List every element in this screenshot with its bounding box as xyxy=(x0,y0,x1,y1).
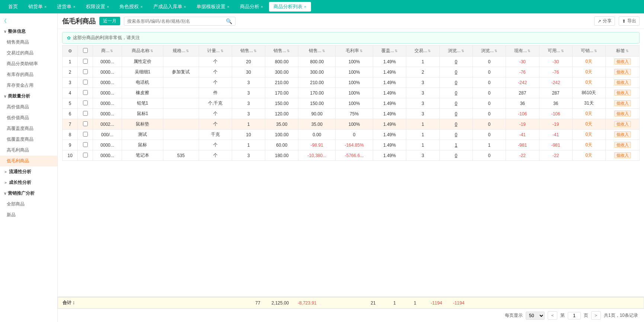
sidebar-item-low-margin[interactable]: 低毛利商品 xyxy=(0,156,57,166)
col-unit[interactable]: 计量...⇅ xyxy=(199,45,232,57)
nav-product-analysis[interactable]: 商品分析× xyxy=(236,2,267,12)
table-container: ⚙ 商...⇅ 商品名称⇅ 规格...⇅ 计量...⇅ 销售...⇅ 销售...… xyxy=(58,45,644,297)
sidebar-item-stock-capital[interactable]: 库存资金占用 xyxy=(0,80,57,91)
col-browse2[interactable]: 浏览...⇅ xyxy=(472,45,506,57)
row-unit: 个 xyxy=(199,77,232,88)
col-saleable[interactable]: 可销...⇅ xyxy=(572,45,605,57)
row-saleable: 31天 xyxy=(572,98,605,109)
sidebar-item-traded-goods[interactable]: 交易过的商品 xyxy=(0,48,57,58)
sidebar-item-low-value[interactable]: 低价值商品 xyxy=(0,112,57,123)
export-button[interactable]: ⬆ 导出 xyxy=(619,16,640,26)
nav-products-entry[interactable]: 产成品入库单× xyxy=(149,2,190,12)
row-checkbox-input[interactable] xyxy=(83,142,88,147)
footer-sale-qty: 77 xyxy=(249,300,267,306)
footer-available: -1194 xyxy=(448,300,470,306)
sidebar-group-drum[interactable]: ∨ 类鼓量分析 xyxy=(0,91,57,102)
nav-purchase[interactable]: 进货单× xyxy=(52,2,80,12)
sidebar-item-category-rate[interactable]: 商品分类助销率 xyxy=(0,58,57,69)
col-tag[interactable]: 标签⇅ xyxy=(606,45,640,57)
row-checkbox-input[interactable] xyxy=(83,153,88,157)
row-browse2: 0 xyxy=(472,98,506,109)
share-button[interactable]: ↗ 分享 xyxy=(594,16,615,26)
col-available[interactable]: 可用...⇅ xyxy=(539,45,572,57)
sidebar-item-low-coverage[interactable]: 低覆盖度商品 xyxy=(0,134,57,145)
next-page-button[interactable]: ＞ xyxy=(591,311,601,320)
sidebar-item-high-margin[interactable]: 高毛利商品 xyxy=(0,145,57,156)
tag-badge: 低收入 xyxy=(614,100,631,106)
sidebar-group-marketing[interactable]: ∨ 营销推广分析 xyxy=(0,188,57,199)
col-browse1[interactable]: 浏览...⇅ xyxy=(439,45,472,57)
col-trade-count[interactable]: 交易...⇅ xyxy=(406,45,439,57)
row-checkbox-input[interactable] xyxy=(83,59,88,64)
row-number: 3 xyxy=(63,77,78,88)
row-checkbox-input[interactable] xyxy=(83,90,88,95)
page-size-select[interactable]: 50 20 100 xyxy=(526,312,545,320)
row-spec xyxy=(163,98,199,109)
col-coverage[interactable]: 覆盖...⇅ xyxy=(373,45,406,57)
row-browse1: 0 xyxy=(439,150,472,161)
row-trade-count: 1 xyxy=(406,119,439,130)
row-tag: 低收入 xyxy=(606,57,640,67)
row-browse1: 0 xyxy=(439,98,472,109)
sidebar-group-overall[interactable]: ∨ 整体信息 xyxy=(0,26,57,37)
row-browse1: 0 xyxy=(439,77,472,88)
main-layout: 《 ∨ 整体信息 销售类商品 交易过的商品 商品分类助销率 有库存的商品 库存资… xyxy=(0,13,644,322)
row-checkbox-input[interactable] xyxy=(83,69,88,74)
row-checkbox xyxy=(78,150,93,161)
row-sale-qty: 1 xyxy=(232,140,265,150)
sidebar-item-new-goods[interactable]: 新品 xyxy=(0,210,57,220)
col-sale-qty[interactable]: 销售...⇅ xyxy=(232,45,265,57)
select-all-checkbox[interactable] xyxy=(83,48,88,53)
row-browse2: 0 xyxy=(472,109,506,119)
search-input[interactable] xyxy=(127,19,226,24)
sidebar-item-in-stock[interactable]: 有库存的商品 xyxy=(0,69,57,80)
nav-home[interactable]: 首页 xyxy=(4,2,22,12)
sidebar-item-sales-goods[interactable]: 销售类商品 xyxy=(0,37,57,48)
row-checkbox-input[interactable] xyxy=(83,80,88,85)
row-sale-price: 300.00 xyxy=(265,67,298,77)
row-number: 6 xyxy=(63,109,78,119)
page-number-input[interactable] xyxy=(568,312,581,319)
row-browse2: 0 xyxy=(472,119,506,130)
row-code: 0000... xyxy=(93,57,122,67)
sidebar-item-all-goods[interactable]: 全部商品 xyxy=(0,199,57,210)
filter-button[interactable]: 近一月 xyxy=(99,17,120,25)
row-checkbox-input[interactable] xyxy=(83,101,88,105)
row-unit: 个 xyxy=(199,150,232,161)
row-trade-count: 3 xyxy=(406,98,439,109)
export-icon: ⬆ xyxy=(622,19,626,24)
row-coverage: 1.49% xyxy=(373,140,406,150)
col-checkbox[interactable] xyxy=(78,45,93,57)
row-available: -76 xyxy=(539,67,572,77)
col-sale-amount[interactable]: 销售...⇅ xyxy=(298,45,336,57)
nav-permissions[interactable]: 权限设置× xyxy=(81,2,113,12)
nav-template-settings[interactable]: 单据模板设置× xyxy=(192,2,234,12)
prev-page-button[interactable]: ＜ xyxy=(548,311,557,320)
table-row: 10000...属性定价个20800.00800.00100%1.49%100-… xyxy=(63,57,640,67)
col-gross-margin[interactable]: 毛利率⇅ xyxy=(336,45,373,57)
sidebar-collapse-btn[interactable]: 《 xyxy=(0,16,57,26)
col-current-stock[interactable]: 现有...⇅ xyxy=(506,45,539,57)
col-name[interactable]: 商品名称⇅ xyxy=(122,45,163,57)
sidebar-group-growth[interactable]: ＞ 成长性分析 xyxy=(0,177,57,188)
nav-roles[interactable]: 角色授权× xyxy=(115,2,147,12)
sidebar-item-high-value[interactable]: 高价值商品 xyxy=(0,102,57,112)
tag-badge: 低收入 xyxy=(614,121,631,127)
row-current-stock: -242 xyxy=(506,77,539,88)
sidebar-group-circulation[interactable]: ＞ 流通性分析 xyxy=(0,166,57,177)
col-sale-price[interactable]: 销售...⇅ xyxy=(265,45,298,57)
row-checkbox-input[interactable] xyxy=(83,132,88,137)
col-spec[interactable]: 规格...⇅ xyxy=(163,45,199,57)
row-gross-margin: -164.85% xyxy=(336,140,373,150)
row-browse1: 0 xyxy=(439,119,472,130)
search-icon[interactable]: 🔍 xyxy=(226,18,232,24)
row-checkbox-input[interactable] xyxy=(83,121,88,126)
row-checkbox-input[interactable] xyxy=(83,111,88,116)
sidebar-item-high-coverage[interactable]: 高覆盖度商品 xyxy=(0,123,57,134)
row-available: -19 xyxy=(539,119,572,130)
col-code[interactable]: 商...⇅ xyxy=(93,45,122,57)
nav-sales[interactable]: 销货单× xyxy=(24,2,51,12)
nav-analysis-list[interactable]: 商品分析列表× xyxy=(269,2,311,12)
col-settings[interactable]: ⚙ xyxy=(63,45,78,57)
row-code: 0000... xyxy=(93,109,122,119)
